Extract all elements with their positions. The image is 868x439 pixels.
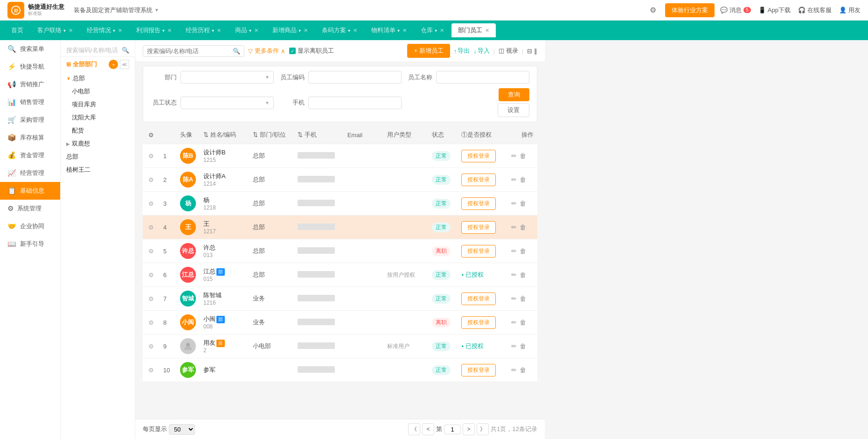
search-icon[interactable]: 🔍 [233,48,240,55]
sidebar-item-search[interactable]: 🔍 搜索菜单 [0,40,60,58]
dept-node-peihuo[interactable]: 配货 [61,124,135,137]
edit-button[interactable]: ✏ [511,247,517,255]
last-page-btn[interactable]: 》 [477,423,489,435]
dept-node-shenyang[interactable]: 沈阳大库 [61,111,135,124]
sidebar-item-collab[interactable]: 🤝 企业协同 [0,217,60,235]
user-menu-btn[interactable]: 👤 用友 [839,6,861,14]
authorize-button[interactable]: 授权登录 [461,221,496,234]
export-button[interactable]: ↑ 导出 [454,47,470,55]
sidebar-item-basic[interactable]: 📋 基础信息 [0,182,60,200]
delete-button[interactable]: 🗑 [520,152,526,160]
row-settings-icon[interactable]: ⚙ [148,224,154,231]
tab-home[interactable]: 首页 [5,23,30,37]
tab-dept-emp[interactable]: 部门员工 ✕ [451,23,496,37]
sidebar-item-sales[interactable]: 📊 销售管理 [0,93,60,111]
tab-profit[interactable]: 利润报告 ▾✕ [130,23,178,37]
authorize-button[interactable]: 授权登录 [461,197,496,210]
emp-name-field[interactable] [440,74,525,81]
edit-button[interactable]: ✏ [511,271,517,279]
tab-new-goods[interactable]: 新增商品 ▾✕ [266,23,314,37]
system-selector[interactable]: 装备及固定资产辅助管理系统 ▼ [74,6,641,14]
tab-barcode[interactable]: 条码方案 ▾✕ [315,23,364,37]
row-settings-icon[interactable]: ⚙ [148,367,154,374]
dept-node-zongbu2[interactable]: 总部 [61,150,135,163]
filter-emp-status-input[interactable]: ▼ [181,97,274,109]
col-phone[interactable]: ⇅ 手机 [294,126,343,144]
per-page-select[interactable]: 50 20 100 [169,424,195,435]
row-settings-icon[interactable]: ⚙ [148,319,154,326]
row-settings-icon[interactable]: ⚙ [148,343,154,350]
tab-operation[interactable]: 经营情况 ▾✕ [80,23,129,37]
sidebar-item-purchase[interactable]: 🛒 采购管理 [0,111,60,129]
delete-button[interactable]: 🗑 [520,319,526,326]
delete-button[interactable]: 🗑 [520,295,526,302]
authorize-button[interactable]: 授权登录 [461,316,496,329]
row-settings-icon[interactable]: ⚙ [148,200,154,207]
sidebar-item-system[interactable]: ⚙ 系统管理 [0,200,60,217]
filter-emp-code-input[interactable] [308,71,402,84]
set-button[interactable]: 设置 [498,103,529,117]
sidebar-item-finance[interactable]: 💰 资金管理 [0,146,60,164]
dept-node-zongbu[interactable]: ▼ 总部 [61,72,135,85]
filter-dept-input[interactable]: ▼ [181,71,274,84]
trial-button[interactable]: 体验行业方案 [665,3,715,17]
edit-button[interactable]: ✏ [511,200,517,207]
delete-button[interactable]: 🗑 [520,366,526,374]
sidebar-item-operation[interactable]: 📈 经营管理 [0,164,60,182]
tab-bom[interactable]: 物料清单 ▾✕ [365,23,413,37]
delete-button[interactable]: 🗑 [520,271,526,279]
col-name[interactable]: ⇅ 姓名/编码 [200,126,249,144]
edit-button[interactable]: ✏ [511,295,517,302]
add-employee-button[interactable]: + 新增员工 [407,44,450,58]
app-download-btn[interactable]: 📱 App下载 [758,6,791,14]
col-settings[interactable]: ⚙ [143,126,160,144]
message-btn[interactable]: 💬 消息 5 [720,6,751,14]
row-settings-icon[interactable]: ⚙ [148,272,154,279]
page-input[interactable] [444,425,461,434]
row-settings-icon[interactable]: ⚙ [148,248,154,255]
edit-button[interactable]: ✏ [511,223,517,231]
authorize-button[interactable]: 授权登录 [461,245,496,258]
tab-customer[interactable]: 客户联络 ▾✕ [31,23,79,37]
settings-icon[interactable]: ⚙ [646,4,660,17]
next-page-btn[interactable]: > [463,423,475,435]
edit-button[interactable]: ✏ [511,152,517,160]
authorize-button[interactable]: 授权登录 [461,293,496,305]
phone-field[interactable] [312,99,397,106]
sidebar-item-nav[interactable]: ⚡ 快捷导航 [0,58,60,76]
column-settings-button[interactable]: ⊟ ‖ [527,48,537,55]
row-settings-icon[interactable]: ⚙ [148,153,154,160]
sidebar-item-guide[interactable]: 📖 新手引导 [0,235,60,253]
view-button[interactable]: ◫ 视录 [499,47,518,55]
delete-button[interactable]: 🗑 [520,223,526,231]
search-input[interactable] [147,48,231,55]
sidebar-item-marketing[interactable]: 📢 营销推广 [0,76,60,93]
import-button[interactable]: ↓ 导入 [473,47,490,55]
sidebar-item-inventory[interactable]: 📦 库存核算 [0,129,60,146]
emp-status-field[interactable] [185,99,263,106]
edit-button[interactable]: ✏ [511,319,517,326]
show-resigned-toggle[interactable]: ✓ 显示离职员工 [289,47,334,55]
more-filter-btn[interactable]: ▽ 更多条件 ∧ [248,47,285,55]
row-settings-icon[interactable]: ⚙ [148,295,154,302]
tab-warehouse[interactable]: 仓库 ▾✕ [414,23,451,37]
dept-search-input[interactable] [66,47,120,54]
dept-input-field[interactable] [185,74,263,81]
query-button[interactable]: 查询 [499,88,529,101]
delete-button[interactable]: 🗑 [520,247,526,255]
filter-emp-name-input[interactable] [436,71,529,84]
prev-page-btn[interactable]: < [422,423,434,435]
tab-goods[interactable]: 商品 ▾✕ [229,23,265,37]
edit-button[interactable]: ✏ [511,176,517,183]
dept-node-xiangmu[interactable]: 项目库房 [61,98,135,111]
edit-button[interactable]: ✏ [511,366,517,374]
tab-history[interactable]: 经营历程 ▾✕ [179,23,228,37]
col-dept[interactable]: ⇅ 部门/职位 [249,126,294,144]
authorize-button[interactable]: 授权登录 [461,174,496,186]
first-page-btn[interactable]: 《 [408,423,420,435]
dept-node-shuangluxiang[interactable]: ▶ 双鹿想 [61,137,135,150]
authorize-button[interactable]: 授权登录 [461,364,496,376]
delete-button[interactable]: 🗑 [520,342,526,350]
emp-code-field[interactable] [312,74,397,81]
online-service-btn[interactable]: 🎧 在线客服 [798,6,832,14]
